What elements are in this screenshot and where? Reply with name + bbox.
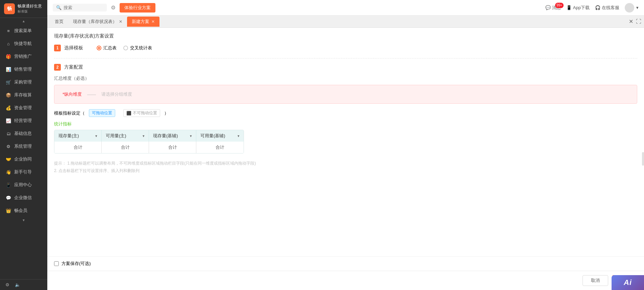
window-expand-btn[interactable]: ⛶	[636, 19, 641, 25]
user-avatar-btn[interactable]: ▾	[625, 3, 639, 13]
tips-area: 提示： 1.拖动标题栏可以调整布局，不可跨维度或指标区域拖动栏目字段(只能在同一…	[54, 160, 637, 174]
sidebar-item-company[interactable]: 🤝 企业协同	[0, 153, 47, 166]
tips-title: 提示： 1.拖动标题栏可以调整布局，不可跨维度或指标区域拖动栏目字段(只能在同一…	[54, 160, 637, 167]
app-download-btn[interactable]: 📱 App下载	[566, 5, 590, 11]
message-btn[interactable]: 💬 消息 99+	[545, 5, 561, 11]
tab-close-new-scheme[interactable]: ✕	[151, 19, 155, 24]
sidebar-item-quick-nav[interactable]: ⌂ 快捷导航	[0, 37, 47, 50]
ai-badge[interactable]: Ai	[612, 275, 644, 290]
stats-table-header: 现存量(主) ▾ 可用量(主) ▾ 现存量(基辅)	[54, 130, 244, 142]
radio-cross-label: 交叉统计表	[130, 45, 152, 51]
stats-title: 统计指标	[54, 121, 637, 127]
marketing-icon: 🎁	[5, 53, 11, 59]
sidebar-item-marketing[interactable]: 🎁 营销推广	[0, 50, 47, 63]
sidebar-scroll-up[interactable]: ▲	[0, 18, 47, 24]
sidebar-item-label: 系统管理	[14, 143, 32, 149]
radio-summary[interactable]: 汇总表	[97, 45, 117, 51]
company-icon: 🤝	[5, 156, 11, 162]
save-checkbox[interactable]	[54, 261, 59, 266]
sidebar-item-basic-info[interactable]: 🗂 基础信息	[0, 127, 47, 140]
stats-col-1[interactable]: 可用量(主) ▾	[102, 130, 149, 142]
sidebar-item-wechat[interactable]: 💬 企业微信	[0, 191, 47, 204]
online-service-btn[interactable]: 🎧 在线客服	[595, 5, 619, 11]
system-icon: ⚙	[5, 143, 11, 149]
search-icon: 🔍	[56, 5, 61, 10]
window-close-btn[interactable]: ✕	[629, 18, 633, 25]
chevron-col3-icon[interactable]: ▾	[238, 134, 240, 138]
sidebar-item-new-guide[interactable]: 👋 新手引导	[0, 166, 47, 178]
tab-home[interactable]: 首页	[50, 17, 68, 27]
radio-cross-circle[interactable]	[123, 46, 128, 50]
radio-summary-circle[interactable]	[97, 46, 101, 50]
resize-handle[interactable]	[642, 152, 644, 166]
sidebar-item-operations[interactable]: 📈 经营管理	[0, 114, 47, 127]
divider1	[54, 58, 637, 58]
sidebar-item-inventory[interactable]: 📦 库存核算	[0, 89, 47, 101]
section2-header: 2 方案配置	[54, 64, 637, 71]
dimension-box[interactable]: *纵向维度 —— 请选择分组维度	[54, 85, 637, 104]
stats-section: 统计指标 现存量(主) ▾ 可用量(主) ▾	[54, 121, 637, 154]
chevron-down-icon: ▾	[636, 5, 639, 10]
speaker-icon[interactable]: 🔈	[15, 282, 20, 287]
tip2-text: 2. 点击标题栏下拉可设置排序、插入列和删除列	[54, 167, 637, 175]
section1-number: 1	[54, 45, 61, 51]
sidebar-item-member[interactable]: 👑 畅会员	[0, 204, 47, 217]
sidebar-item-purchase[interactable]: 🛒 采购管理	[0, 76, 47, 89]
tab-inventory-status[interactable]: 现存量（库存状况表） ✕	[68, 17, 127, 27]
tab-close-inventory[interactable]: ✕	[119, 19, 122, 24]
indicator-settings: 模板指标设定（ 可拖动位置 ⬛ 不可拖动位置 ）	[54, 109, 637, 117]
dimension-sep: ——	[87, 92, 96, 97]
sidebar-item-sales[interactable]: 📊 销售管理	[0, 63, 47, 76]
sidebar-item-system[interactable]: ⚙ 系统管理	[0, 140, 47, 153]
basic-info-icon: 🗂	[5, 130, 11, 137]
operations-icon: 📈	[5, 118, 11, 124]
sidebar-item-app-center[interactable]: 📱 应用中心	[0, 178, 47, 191]
inventory-icon: 📦	[5, 92, 11, 98]
stats-col-2[interactable]: 现存量(基辅) ▾	[149, 130, 196, 142]
content-area: 现存量(库存状况表)方案设置 1 选择模板 汇总表	[47, 28, 644, 256]
bottom-bar: 取消 查询	[47, 271, 644, 290]
section1-title: 选择模板	[64, 45, 83, 51]
sidebar-item-label: 企业协同	[14, 156, 32, 162]
search-input[interactable]	[64, 5, 101, 10]
required-star: *	[63, 92, 64, 97]
sidebar-logo: 畅 畅康通好生意 标准版	[0, 0, 47, 18]
sidebar-item-label: 基础信息	[14, 130, 32, 137]
headset-icon: 🎧	[595, 5, 600, 10]
user-avatar	[625, 3, 634, 13]
sidebar-item-finance[interactable]: 💰 资金管理	[0, 101, 47, 114]
chevron-col1-icon[interactable]: ▾	[143, 134, 145, 138]
dimension-row: *纵向维度 —— 请选择分组维度	[63, 91, 629, 97]
dimension-placeholder: 请选择分组维度	[101, 91, 132, 97]
tab-new-scheme[interactable]: 新建方案 ✕	[127, 17, 159, 27]
stats-col-3[interactable]: 可用量(基辅) ▾	[196, 130, 244, 142]
sidebar-bottom: ⚙ 🔈	[0, 279, 47, 290]
radio-summary-label: 汇总表	[103, 45, 117, 51]
app-download-icon: 📱	[566, 5, 572, 10]
app-download-label: App下载	[573, 5, 590, 11]
radio-cross[interactable]: 交叉统计表	[123, 45, 152, 51]
vertical-dimension-label: *纵向维度	[63, 91, 82, 97]
topbar-settings-icon[interactable]: ⚙	[111, 4, 116, 11]
stats-col-0[interactable]: 现存量(主) ▾	[54, 130, 102, 142]
chevron-col2-icon[interactable]: ▾	[190, 134, 192, 138]
guide-icon: 👋	[5, 169, 11, 175]
stats-table-body: 合计 合计 合计 合计	[54, 142, 244, 153]
chevron-col0-icon[interactable]: ▾	[95, 134, 97, 138]
search-menu-icon: ≡	[5, 28, 11, 34]
search-box[interactable]: 🔍	[53, 4, 107, 11]
save-option-row: 方案保存(可选)	[47, 256, 644, 271]
trial-btn[interactable]: 体验行业方案	[120, 3, 155, 13]
settings-bottom-icon[interactable]: ⚙	[5, 282, 9, 287]
save-option-label: 方案保存(可选)	[61, 261, 91, 267]
sidebar-item-label: 采购管理	[14, 79, 32, 85]
sidebar-item-search[interactable]: ≡ 搜索菜单	[0, 24, 47, 37]
sidebar-item-label: 资金管理	[14, 105, 32, 111]
stats-cell-0: 合计	[54, 142, 102, 153]
stats-table: 现存量(主) ▾ 可用量(主) ▾ 现存量(基辅)	[54, 130, 244, 153]
cancel-button[interactable]: 取消	[583, 275, 608, 286]
sidebar-item-label: 库存核算	[14, 92, 32, 98]
member-icon: 👑	[5, 208, 11, 214]
topbar-right: 💬 消息 99+ 📱 App下载 🎧 在线客服 ▾	[545, 3, 639, 13]
sidebar-scroll-down[interactable]: ▼	[0, 217, 47, 223]
